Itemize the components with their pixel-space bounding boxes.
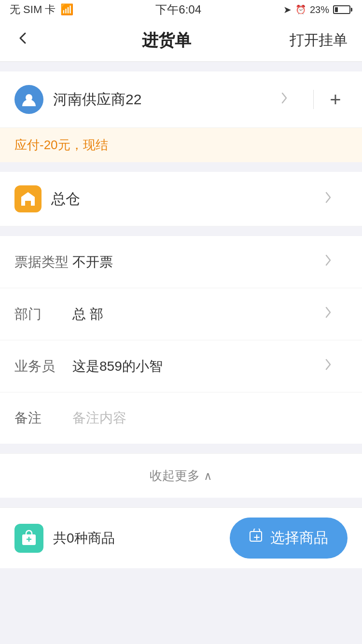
department-row[interactable]: 部门 总 部 xyxy=(0,288,362,340)
invoice-type-label: 票据类型 xyxy=(14,253,72,271)
warehouse-icon xyxy=(14,185,42,212)
department-chevron-icon xyxy=(323,305,333,323)
warehouse-chevron-icon xyxy=(323,190,333,209)
back-button[interactable] xyxy=(14,29,43,51)
warehouse-label: 总仓 xyxy=(51,189,323,209)
status-bar: 无 SIM 卡 📶 下午6:04 ➤ ⏰ 23% xyxy=(0,0,362,19)
notice-banner: 应付-20元，现结 xyxy=(0,128,362,162)
invoice-type-value: 不开票 xyxy=(72,253,323,271)
bottom-bar: 共0种商品 选择商品 xyxy=(0,507,362,568)
remark-input[interactable]: 备注内容 xyxy=(72,409,348,427)
add-supplier-button[interactable]: + xyxy=(323,89,348,111)
department-value: 总 部 xyxy=(72,305,323,323)
select-product-button[interactable]: 选择商品 xyxy=(230,518,348,559)
invoice-chevron-icon xyxy=(323,252,333,271)
mid-divider1 xyxy=(0,162,362,172)
department-label: 部门 xyxy=(14,305,72,323)
svg-rect-2 xyxy=(250,532,262,541)
battery-percent: 23% xyxy=(310,4,329,15)
alarm-icon: ⏰ xyxy=(295,4,306,15)
location-icon: ➤ xyxy=(283,4,292,15)
remark-row[interactable]: 备注 备注内容 xyxy=(0,392,362,444)
page-title: 进货单 xyxy=(142,29,191,52)
nav-bar: 进货单 打开挂单 xyxy=(0,19,362,62)
main-content: 河南供应商22 + 应付-20元，现结 总仓 xyxy=(0,62,362,588)
product-icon xyxy=(14,524,43,553)
collapse-arrow-icon: ∧ xyxy=(204,469,212,483)
select-product-label: 选择商品 xyxy=(270,528,328,548)
salesman-row[interactable]: 业务员 这是859的小智 xyxy=(0,340,362,392)
supplier-section: 河南供应商22 + 应付-20元，现结 xyxy=(0,71,362,162)
supplier-avatar xyxy=(14,85,43,114)
top-divider xyxy=(0,62,362,71)
status-right: ➤ ⏰ 23% xyxy=(283,4,352,15)
product-count: 共0种商品 xyxy=(53,529,230,547)
supplier-divider xyxy=(313,90,314,109)
battery-icon xyxy=(333,5,352,14)
open-pending-button[interactable]: 打开挂单 xyxy=(290,30,348,50)
warehouse-row[interactable]: 总仓 xyxy=(0,172,362,226)
collapse-label: 收起更多 xyxy=(150,467,200,484)
select-product-icon xyxy=(249,529,265,547)
status-time: 下午6:04 xyxy=(155,2,201,17)
status-left: 无 SIM 卡 📶 xyxy=(10,2,73,17)
notice-text: 应付-20元，现结 xyxy=(14,138,108,152)
warehouse-section: 总仓 xyxy=(0,172,362,226)
carrier-label: 无 SIM 卡 xyxy=(10,2,56,17)
salesman-chevron-icon xyxy=(323,357,333,376)
form-section: 票据类型 不开票 部门 总 部 业务员 这是859的小智 xyxy=(0,236,362,444)
invoice-type-row[interactable]: 票据类型 不开票 xyxy=(0,236,362,288)
wifi-icon: 📶 xyxy=(60,3,73,16)
salesman-label: 业务员 xyxy=(14,357,72,376)
supplier-chevron-icon xyxy=(279,90,289,109)
collapse-row[interactable]: 收起更多 ∧ xyxy=(0,453,362,498)
salesman-value: 这是859的小智 xyxy=(72,357,323,376)
remark-label: 备注 xyxy=(14,409,72,427)
supplier-name: 河南供应商22 xyxy=(53,90,279,110)
supplier-row[interactable]: 河南供应商22 + xyxy=(0,71,362,128)
